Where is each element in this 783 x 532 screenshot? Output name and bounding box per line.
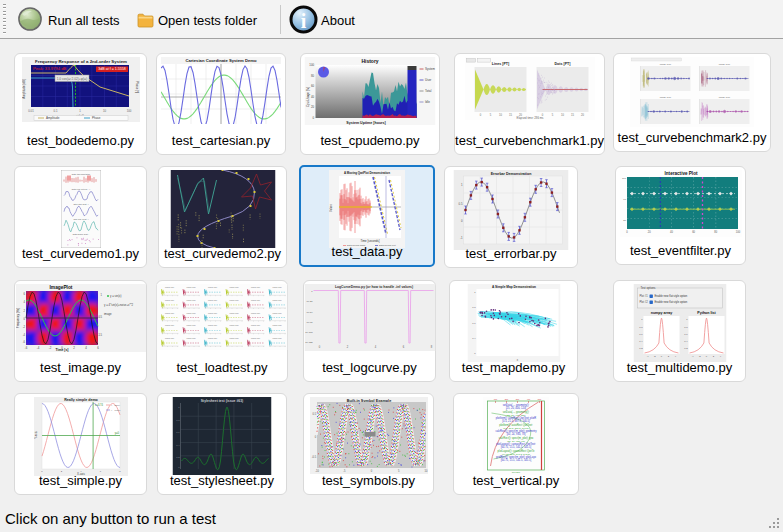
svg-text:Phase [°]: Phase [°] bbox=[134, 81, 138, 93]
svg-text:Lines (PT): Lines (PT) bbox=[251, 324, 261, 326]
svg-text:[64.75, 15.5, 541.5, 545.5]: [64.75, 15.5, 541.5, 545.5] bbox=[501, 458, 532, 462]
svg-text:Lines (PT): Lines (PT) bbox=[251, 299, 261, 301]
svg-text:[0.5, 21.5, 387.5, 540.5]: [0.5, 21.5, 387.5, 540.5] bbox=[502, 419, 530, 423]
svg-text:Interactive Plot: Interactive Plot bbox=[664, 171, 697, 176]
svg-text:LogCurveDemo.py (or how to han: LogCurveDemo.py (or how to handle -inf v… bbox=[334, 285, 412, 289]
svg-text:x=3.74: x=3.74 bbox=[95, 403, 103, 407]
svg-text:Cartesian Coordinate System De: Cartesian Coordinate System Demo bbox=[185, 58, 257, 63]
svg-text:Idle: Idle bbox=[425, 100, 430, 104]
svg-text:Errorbar Demonstration: Errorbar Demonstration bbox=[491, 172, 532, 176]
svg-text:Lines (PT): Lines (PT) bbox=[165, 312, 175, 314]
svg-text:Lines (PT): Lines (PT) bbox=[186, 286, 196, 288]
svg-text:Lines (PT): Lines (PT) bbox=[272, 324, 282, 326]
svg-text:-1: -1 bbox=[460, 236, 463, 240]
svg-text:Plot #1: Plot #1 bbox=[639, 294, 648, 298]
svg-text:Frequency Response of a 2nd-or: Frequency Response of a 2nd-order System bbox=[35, 59, 127, 64]
svg-text:0.1: 0.1 bbox=[53, 109, 57, 113]
svg-text:10: 10 bbox=[102, 109, 106, 113]
svg-text:Peak: 33.9794 dB: Peak: 33.9794 dB bbox=[33, 66, 67, 71]
svg-text:1e-108: 1e-108 bbox=[305, 331, 313, 334]
svg-text:Mode (PT): Mode (PT) bbox=[719, 63, 730, 66]
svg-text:Total: Total bbox=[425, 89, 432, 93]
svg-text:User: User bbox=[425, 78, 431, 82]
svg-text:Lines (PT): Lines (PT) bbox=[208, 286, 218, 288]
svg-text:y = sin(x): y = sin(x) bbox=[111, 404, 120, 406]
svg-text:[25, 20, 400, 120]: [25, 20, 400, 120] bbox=[506, 406, 526, 410]
svg-text:Lines (PT): Lines (PT) bbox=[165, 299, 175, 301]
svg-text:Mode (PT): Mode (PT) bbox=[660, 63, 671, 66]
svg-text:Lines (PT): Lines (PT) bbox=[208, 312, 218, 314]
svg-text:100: 100 bbox=[309, 63, 314, 67]
svg-text:Mode (PT): Mode (PT) bbox=[660, 96, 671, 99]
svg-text:Lines (PT): Lines (PT) bbox=[186, 324, 196, 326]
svg-text:A Simple Map Demonstration: A Simple Map Demonstration bbox=[491, 285, 535, 289]
svg-text:Lines (PT): Lines (PT) bbox=[229, 337, 239, 339]
svg-text:Data (req. byte(s) ...): Data (req. byte(s) ...) bbox=[71, 188, 90, 190]
svg-text:100: 100 bbox=[622, 177, 627, 180]
svg-text:ImagePlot: ImagePlot bbox=[49, 285, 72, 290]
svg-text:1.0 cos(ω·2.02)+φ(ω): 1.0 cos(ω·2.02)+φ(ω) bbox=[56, 77, 87, 81]
svg-text:Amplitude [dB]: Amplitude [dB] bbox=[22, 79, 26, 99]
svg-text:Lines (PT): Lines (PT) bbox=[165, 286, 175, 288]
svg-text:Mode (PT): Mode (PT) bbox=[719, 96, 730, 99]
svg-text:Enable new flat style option: Enable new flat style option bbox=[654, 294, 687, 298]
svg-text:A Moving QwtPlot Demonstration: A Moving QwtPlot Demonstration bbox=[344, 171, 390, 175]
svg-text:Python list: Python list bbox=[697, 311, 716, 315]
svg-text:System: System bbox=[425, 67, 436, 71]
svg-text:1e-81: 1e-81 bbox=[306, 321, 313, 324]
svg-text:Lines (PT): Lines (PT) bbox=[186, 337, 196, 339]
svg-text:Lines (PT): Lines (PT) bbox=[229, 299, 239, 301]
svg-text:80: 80 bbox=[311, 74, 315, 78]
svg-text:Lines (PT): Lines (PT) bbox=[208, 299, 218, 301]
svg-text:Lines (PT): Lines (PT) bbox=[186, 299, 196, 301]
svg-text:Lines (PT): Lines (PT) bbox=[272, 312, 282, 314]
svg-text:Stylesheet test (issue #63): Stylesheet test (issue #63) bbox=[201, 399, 243, 403]
svg-text:Step (two Syst...): Step (two Syst...) bbox=[73, 203, 89, 205]
svg-text:Really simple demo: Really simple demo bbox=[64, 398, 98, 402]
svg-text:Lines (PT): Lines (PT) bbox=[251, 337, 261, 339]
svg-text:Phase: Phase bbox=[92, 116, 101, 120]
svg-text:Dots [PT]: Dots [PT] bbox=[554, 62, 570, 66]
svg-text:-1.5: -1.5 bbox=[97, 333, 102, 337]
svg-text:20: 20 bbox=[311, 105, 315, 109]
svg-text:y = cos(x): y = cos(x) bbox=[111, 409, 121, 411]
svg-text:Y-axis: Y-axis bbox=[34, 431, 38, 439]
svg-text:60: 60 bbox=[311, 84, 315, 88]
svg-text:Lines (PT): Lines (PT) bbox=[186, 312, 196, 314]
svg-text:-0.5: -0.5 bbox=[97, 315, 102, 319]
svg-text:0.5: 0.5 bbox=[312, 412, 316, 416]
svg-text:100: 100 bbox=[126, 109, 131, 113]
svg-text:-2: -2 bbox=[48, 346, 51, 350]
svg-text:Lines (PT): Lines (PT) bbox=[208, 324, 218, 326]
svg-text:Lines [PT]: Lines [PT] bbox=[491, 62, 508, 66]
svg-text:Time [seconds]: Time [seconds] bbox=[361, 239, 380, 243]
svg-text:Lines (PT): Lines (PT) bbox=[272, 299, 282, 301]
svg-text:Lines (PT): Lines (PT) bbox=[251, 286, 261, 288]
svg-text:1e-27: 1e-27 bbox=[306, 300, 313, 303]
svg-text:Amplitude: Amplitude bbox=[46, 116, 60, 120]
svg-text:History: History bbox=[361, 58, 378, 64]
svg-text:y = sin(x): y = sin(x) bbox=[110, 294, 121, 298]
svg-text:-6: -6 bbox=[24, 346, 27, 350]
svg-text:y = 4*sin(x)+noise+x**2: y = 4*sin(x)+noise+x**2 bbox=[104, 303, 134, 307]
svg-text:100: 100 bbox=[735, 230, 740, 234]
svg-text:Lines (PT): Lines (PT) bbox=[251, 312, 261, 314]
svg-text:image: image bbox=[104, 312, 112, 316]
svg-text:y=0: y=0 bbox=[114, 431, 119, 435]
svg-text:Lines (PT): Lines (PT) bbox=[229, 286, 239, 288]
svg-text:[50, 24, 930, 78]: [50, 24, 930, 78] bbox=[507, 432, 526, 436]
svg-text:-0.5: -0.5 bbox=[311, 455, 316, 459]
svg-text:0.01: 0.01 bbox=[28, 109, 34, 113]
svg-text:Elapsed time: 286 ms: Elapsed time: 286 ms bbox=[516, 116, 543, 120]
svg-text:Lines (PT): Lines (PT) bbox=[208, 337, 218, 339]
svg-text:Data (two-point step): Data (two-point step) bbox=[71, 173, 90, 175]
svg-text:Lines (PT): Lines (PT) bbox=[229, 312, 239, 314]
svg-text:Lines (PT): Lines (PT) bbox=[229, 324, 239, 326]
svg-text:System Uptime [hours]: System Uptime [hours] bbox=[346, 121, 385, 125]
svg-text:numpy array: numpy array bbox=[650, 311, 672, 315]
svg-text:Data before Syst...: Data before Syst... bbox=[72, 233, 89, 235]
svg-text:Built-in Symbol Example: Built-in Symbol Example bbox=[346, 399, 391, 403]
svg-text:40: 40 bbox=[311, 95, 315, 99]
svg-text:1e-135: 1e-135 bbox=[305, 341, 313, 344]
svg-text:Lines (PT): Lines (PT) bbox=[272, 286, 282, 288]
